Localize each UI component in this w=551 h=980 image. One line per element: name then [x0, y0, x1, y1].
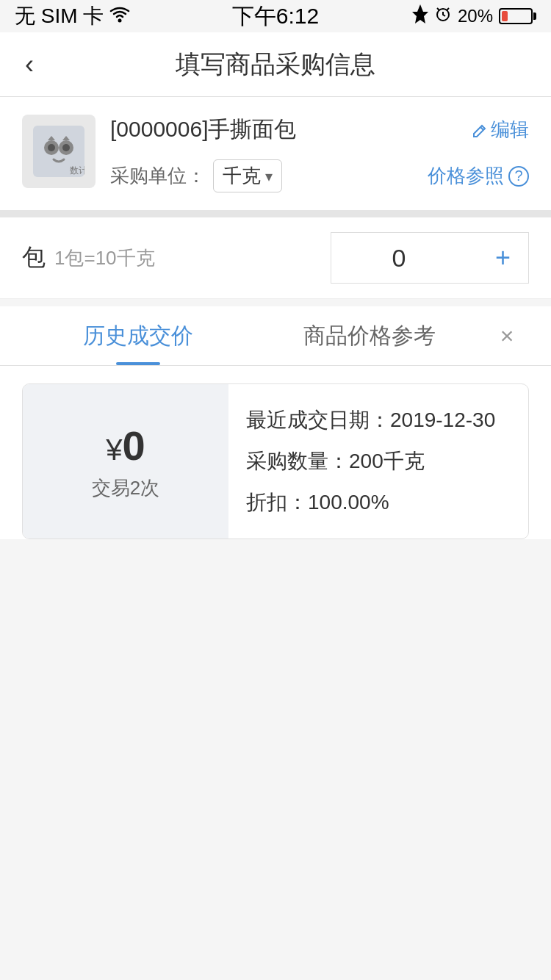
unit-conversion-label: 1包=10千克 — [54, 245, 155, 271]
history-price-value: ¥0 — [106, 422, 145, 469]
price-ref-help-icon: ? — [508, 166, 529, 187]
content-area — [0, 557, 551, 980]
svg-point-0 — [118, 19, 122, 23]
history-card: ¥0 交易2次 最近成交日期：2019-12-30 采购数量：200千克 折扣：… — [22, 383, 529, 539]
unit-label: 采购单位： — [110, 163, 206, 189]
nav-bar: ‹ 填写商品采购信息 — [0, 32, 551, 97]
battery-icon — [499, 8, 536, 24]
status-carrier: 无 SIM 卡 — [15, 2, 130, 30]
price-reference-button[interactable]: 价格参照 ? — [428, 163, 529, 189]
product-card: 数计 [0000006]手撕面包 编辑 采购单位： 千克 — [0, 97, 551, 210]
quantity-row: 包 1包=10千克 + — [0, 217, 551, 299]
recent-date-row: 最近成交日期：2019-12-30 — [246, 405, 511, 436]
location-icon — [412, 4, 428, 28]
history-detail: 最近成交日期：2019-12-30 采购数量：200千克 折扣：100.00% — [228, 384, 528, 538]
battery-percent: 20% — [458, 6, 493, 26]
quantity-plus-button[interactable]: + — [478, 232, 529, 284]
tab-close-button[interactable]: × — [485, 306, 529, 365]
svg-point-6 — [62, 144, 70, 151]
history-price-summary: ¥0 交易2次 — [23, 384, 228, 538]
package-unit-label: 包 — [22, 242, 46, 274]
back-arrow-icon: ‹ — [25, 49, 34, 80]
section-divider — [0, 210, 551, 217]
status-time: 下午6:12 — [232, 1, 319, 32]
discount-row: 折扣：100.00% — [246, 487, 511, 518]
tab-history-price[interactable]: 历史成交价 — [22, 306, 253, 365]
product-info: [0000006]手撕面包 编辑 采购单位： 千克 ▾ — [110, 115, 529, 192]
unit-dropdown[interactable]: 千克 ▾ — [213, 159, 282, 192]
back-button[interactable]: ‹ — [0, 32, 59, 97]
dropdown-arrow-icon: ▾ — [265, 167, 273, 185]
history-trades-count: 交易2次 — [92, 475, 159, 501]
status-indicators: 20% — [412, 4, 536, 28]
page-title: 填写商品采购信息 — [176, 48, 375, 82]
edit-button[interactable]: 编辑 — [472, 117, 529, 143]
purchase-quantity-row: 采购数量：200千克 — [246, 446, 511, 477]
alarm-icon — [434, 5, 452, 27]
product-image: 数计 — [22, 115, 96, 188]
quantity-input-area: + — [331, 232, 529, 284]
wifi-icon — [109, 4, 130, 28]
tabs-header: 历史成交价 商品价格参考 × — [0, 306, 551, 366]
quantity-input[interactable] — [331, 232, 478, 284]
tab-price-reference[interactable]: 商品价格参考 — [253, 306, 485, 365]
svg-point-5 — [48, 144, 55, 151]
tabs-section: 历史成交价 商品价格参考 × ¥0 交易2次 最近成交日期：2019-12-30… — [0, 306, 551, 539]
tab-active-indicator — [116, 362, 160, 365]
svg-text:数计: 数计 — [70, 165, 84, 176]
status-bar: 无 SIM 卡 下午6:12 20% — [0, 0, 551, 32]
product-name: [0000006]手撕面包 — [110, 115, 296, 145]
